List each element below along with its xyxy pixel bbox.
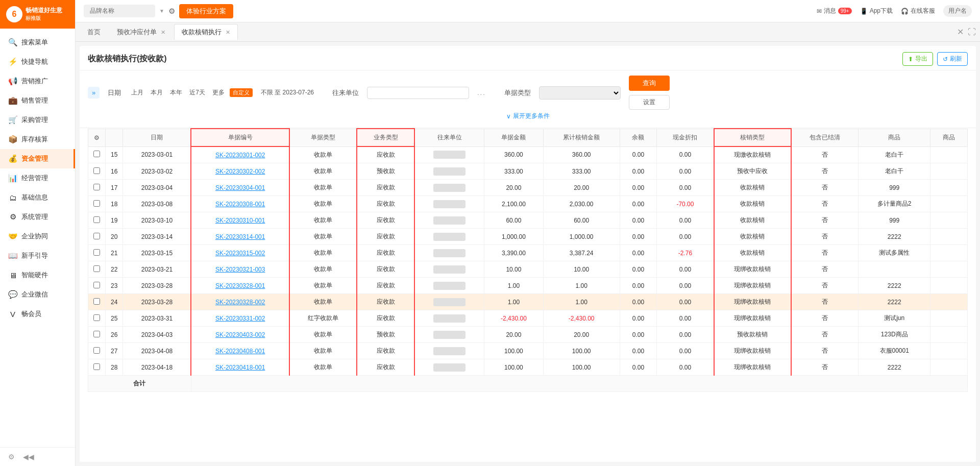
cell-order-no[interactable]: SK-20230315-002	[191, 245, 289, 261]
date-this-year-btn[interactable]: 本年	[168, 87, 184, 98]
cell-order-no[interactable]: SK-20230302-002	[191, 163, 289, 180]
cell-product: 2222	[859, 229, 930, 245]
cell-checkbox[interactable]	[88, 196, 106, 212]
date-this-month-btn[interactable]: 本月	[149, 87, 165, 98]
sidebar-item-1[interactable]: ⚡快捷导航	[0, 52, 75, 71]
cell-checkbox[interactable]	[88, 261, 106, 278]
cell-checkbox[interactable]	[88, 278, 106, 294]
sidebar-item-12[interactable]: 🖥智能硬件	[0, 265, 75, 285]
cell-date: 2023-04-18	[123, 359, 191, 376]
app-download-btn[interactable]: 📱 App下载	[860, 7, 893, 15]
cell-date: 2023-03-28	[123, 294, 191, 310]
sidebar-item-14[interactable]: V畅会员	[0, 304, 75, 324]
cell-order-no[interactable]: SK-20230328-002	[191, 294, 289, 310]
industry-btn[interactable]: 体验行业方案	[179, 4, 233, 18]
cell-order-no[interactable]: SK-20230308-001	[191, 196, 289, 212]
cell-order-no[interactable]: SK-20230301-002	[191, 146, 289, 163]
voucher-type-select[interactable]	[539, 86, 621, 100]
cell-checkbox[interactable]	[88, 163, 106, 180]
cell-order-no[interactable]: SK-20230321-003	[191, 261, 289, 278]
sidebar-bottom: ⚙ ◀◀	[0, 447, 75, 466]
cell-order-no[interactable]: SK-20230310-001	[191, 212, 289, 229]
cell-checkbox[interactable]	[88, 146, 106, 163]
setting-btn[interactable]: 设置	[629, 95, 670, 110]
cell-cash-discount: 0.00	[657, 261, 714, 278]
refresh-btn[interactable]: ↺ 刷新	[937, 52, 968, 66]
cell-product: 2222	[859, 278, 930, 294]
cell-rownum: 18	[106, 196, 123, 212]
sidebar-label-7: 经营管理	[21, 174, 48, 183]
cell-order-no[interactable]: SK-20230304-001	[191, 180, 289, 196]
cell-partner	[414, 212, 484, 229]
cell-checkbox[interactable]	[88, 294, 106, 310]
date-custom-badge[interactable]: 自定义	[230, 88, 253, 97]
cell-order-no[interactable]: SK-20230403-002	[191, 327, 289, 343]
cell-cancel-type: 现绑收款核销	[714, 310, 792, 327]
brand-selector[interactable]: 品牌名称	[84, 5, 155, 17]
cell-rownum: 26	[106, 327, 123, 343]
cell-cancel-type: 收款核销	[714, 245, 792, 261]
tab-expand-btn[interactable]: ⛶	[968, 27, 976, 37]
sidebar-item-3[interactable]: 💼销售管理	[0, 91, 75, 110]
th-gear[interactable]: ⚙	[88, 129, 106, 146]
sidebar-item-2[interactable]: 📢营销推广	[0, 71, 75, 91]
date-7days-btn[interactable]: 近7天	[187, 87, 207, 98]
cell-order-no[interactable]: SK-20230328-001	[191, 278, 289, 294]
tab-prepayment-close[interactable]: ✕	[161, 29, 165, 36]
sidebar-item-11[interactable]: 📖新手引导	[0, 246, 75, 265]
cell-balance: 0.00	[620, 310, 657, 327]
cell-checkbox[interactable]	[88, 327, 106, 343]
query-btn[interactable]: 查询	[629, 76, 670, 91]
cell-balance: 0.00	[620, 229, 657, 245]
online-service-btn[interactable]: 🎧 在线客服	[901, 7, 935, 15]
cell-order-no[interactable]: SK-20230331-002	[191, 310, 289, 327]
message-btn[interactable]: ✉ 消息 99+	[817, 7, 852, 15]
export-btn[interactable]: ⬆ 导出	[902, 52, 933, 66]
settings-icon[interactable]: ⚙	[8, 453, 15, 461]
sidebar-item-6[interactable]: 💰资金管理	[0, 149, 75, 168]
cell-order-no[interactable]: SK-20230314-001	[191, 229, 289, 245]
cell-date: 2023-04-08	[123, 343, 191, 359]
sidebar-item-4[interactable]: 🛒采购管理	[0, 110, 75, 130]
cell-biz-type: 应收款	[357, 359, 414, 376]
sidebar-item-9[interactable]: ⚙系统管理	[0, 207, 75, 227]
partner-input[interactable]	[367, 87, 469, 99]
message-badge: 99+	[838, 8, 852, 14]
cell-amount: 1.00	[484, 278, 544, 294]
cell-order-no[interactable]: SK-20230418-001	[191, 359, 289, 376]
tab-collection-close[interactable]: ✕	[226, 29, 230, 36]
sidebar-item-13[interactable]: 💬企业微信	[0, 285, 75, 304]
date-last-month-btn[interactable]: 上月	[129, 87, 145, 98]
cell-checkbox[interactable]	[88, 343, 106, 359]
tab-collection[interactable]: 收款核销执行 ✕	[174, 24, 238, 40]
cell-checkbox[interactable]	[88, 310, 106, 327]
sidebar-item-7[interactable]: 📊经营管理	[0, 168, 75, 188]
cell-checkbox[interactable]	[88, 359, 106, 376]
user-avatar[interactable]: 用户名	[943, 5, 972, 17]
cell-checkbox[interactable]	[88, 245, 106, 261]
cell-checkbox[interactable]	[88, 229, 106, 245]
sidebar-icon-14: V	[8, 310, 17, 318]
expand-conditions-btn[interactable]: ∨ 展开更多条件	[506, 112, 550, 120]
main-table: ⚙ 日期 单据编号 单据类型 业务类型 往来单位 单据金额 累计核销金额 余额 …	[88, 128, 968, 392]
cell-order-no[interactable]: SK-20230408-001	[191, 343, 289, 359]
tab-close-all-btn[interactable]: ✕	[957, 27, 964, 37]
cell-amount: 100.00	[484, 359, 544, 376]
cell-voucher-type: 收款单	[289, 294, 357, 310]
sidebar-item-8[interactable]: 🗂基础信息	[0, 188, 75, 207]
collapse-icon[interactable]: ◀◀	[23, 453, 34, 461]
tab-home[interactable]: 首页	[80, 24, 108, 40]
cell-date: 2023-03-08	[123, 196, 191, 212]
sidebar-item-5[interactable]: 📦库存核算	[0, 130, 75, 149]
cell-biz-type: 预收款	[357, 163, 414, 180]
cell-checkbox[interactable]	[88, 180, 106, 196]
filter-toggle-btn[interactable]: »	[88, 87, 100, 99]
sidebar-item-0[interactable]: 🔍搜索菜单	[0, 33, 75, 52]
sidebar-item-10[interactable]: 🤝企业协同	[0, 227, 75, 246]
tab-prepayment[interactable]: 预收冲应付单 ✕	[109, 24, 173, 40]
date-more-btn[interactable]: 更多	[210, 87, 227, 98]
cell-balance: 0.00	[620, 180, 657, 196]
topbar-gear-icon[interactable]: ⚙	[168, 7, 175, 16]
cell-cancel-type: 现缴收款核销	[714, 146, 792, 163]
cell-checkbox[interactable]	[88, 212, 106, 229]
